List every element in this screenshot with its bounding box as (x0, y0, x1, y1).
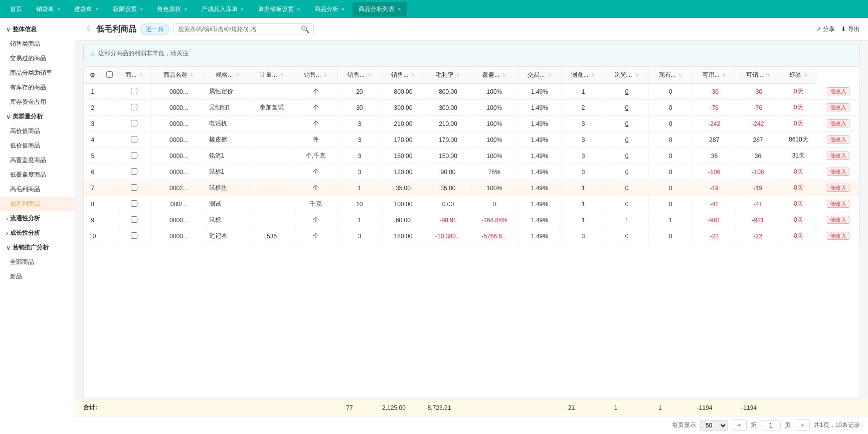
sidebar-item-all-products[interactable]: 全部商品 (0, 255, 75, 269)
sales-amount-col-header[interactable]: 销售... ⇅ (337, 67, 381, 84)
sidebar-item-low-margin[interactable]: 低毛利商品 (0, 197, 75, 211)
row-checkbox[interactable] (117, 180, 152, 196)
sidebar-group-overview[interactable]: ∨ 整体信息 (0, 22, 75, 37)
row-checkbox[interactable] (117, 228, 152, 244)
row-browse1[interactable]: 1 (605, 212, 649, 228)
transaction-col-header[interactable]: 交易... ⇅ (517, 67, 561, 84)
next-page-button[interactable]: ＞ (795, 419, 810, 431)
row-settings[interactable] (102, 84, 117, 100)
sidebar-item-in-stock[interactable]: 有库存的商品 (0, 80, 75, 95)
sidebar-item-sales-products[interactable]: 销售类商品 (0, 37, 75, 51)
row-checkbox[interactable] (117, 164, 152, 180)
prev-page-button[interactable]: ＜ (732, 419, 747, 431)
nav-sales-order[interactable]: 销货单 × (30, 2, 66, 17)
sidebar-item-high-value[interactable]: 高价值商品 (0, 124, 75, 138)
code-col-header[interactable]: 商... ⇅ (117, 67, 152, 84)
row-checkbox[interactable] (117, 132, 152, 148)
nav-product-analysis[interactable]: 商品分析 × (308, 2, 351, 17)
close-icon[interactable]: × (95, 6, 98, 12)
row-browse1[interactable]: 0 (605, 84, 649, 100)
row-settings[interactable] (102, 148, 117, 164)
search-input[interactable] (178, 26, 301, 33)
coverage-col-header[interactable]: 覆盖... ⇅ (471, 67, 517, 84)
name-col-header[interactable]: 商品名称 ⇅ (152, 67, 206, 84)
row-select-checkbox[interactable] (131, 88, 137, 94)
nav-product-analysis-list[interactable]: 商品分析列表 × (353, 2, 407, 17)
sidebar-item-stock-funds[interactable]: 库存资金占用 (0, 95, 75, 109)
checkbox-col-header[interactable] (102, 67, 117, 84)
row-settings[interactable] (102, 228, 117, 244)
nav-template[interactable]: 单据模板设置 × (252, 2, 306, 17)
sidebar-group-growth[interactable]: › 成长性分析 (0, 226, 75, 240)
settings-col-header[interactable]: ⚙ (84, 67, 102, 84)
sidebar-item-low-coverage[interactable]: 低覆盖度商品 (0, 168, 75, 182)
row-browse1[interactable]: 0 (605, 180, 649, 196)
unit-col-header[interactable]: 计量... ⇅ (250, 67, 294, 84)
row-select-checkbox[interactable] (131, 232, 137, 239)
tag-col-header[interactable]: 标签 ⇅ (780, 67, 817, 84)
saleable-col-header[interactable]: 可销... ⇅ (736, 67, 780, 84)
row-select-checkbox[interactable] (131, 104, 137, 110)
row-browse1[interactable]: 0 (605, 100, 649, 116)
nav-purchase-order[interactable]: 进货单 × (68, 2, 104, 17)
share-button[interactable]: ↗ 分享 (816, 25, 835, 34)
row-select-checkbox[interactable] (131, 120, 137, 126)
row-settings[interactable] (102, 132, 117, 148)
row-select-checkbox[interactable] (131, 184, 137, 191)
row-browse1[interactable]: 0 (605, 116, 649, 132)
sidebar-group-marketing[interactable]: ∨ 营销推广分析 (0, 240, 75, 255)
close-icon[interactable]: × (341, 6, 344, 12)
sidebar-item-traded-products[interactable]: 交易过的商品 (0, 51, 75, 66)
row-browse1[interactable]: 0 (605, 196, 649, 212)
close-icon[interactable]: × (57, 6, 60, 12)
row-settings[interactable] (102, 116, 117, 132)
nav-permissions[interactable]: 权限设置 × (107, 2, 149, 17)
row-checkbox[interactable] (117, 148, 152, 164)
row-browse1[interactable]: 0 (605, 148, 649, 164)
gross-margin-col-header[interactable]: 毛利率 ⇅ (425, 67, 471, 84)
row-settings[interactable] (102, 180, 117, 196)
page-size-select[interactable]: 50 100 200 (700, 420, 728, 431)
spec-col-header[interactable]: 规格... ⇅ (206, 67, 250, 84)
collapse-button[interactable]: 《 (83, 25, 90, 34)
close-icon[interactable]: × (297, 6, 300, 12)
row-browse1[interactable]: 0 (605, 164, 649, 180)
browse1-col-header[interactable]: 浏览... ⇅ (562, 67, 605, 84)
page-number-input[interactable] (761, 420, 781, 430)
sidebar-group-quantity[interactable]: ∨ 类群量分析 (0, 109, 75, 124)
sidebar-item-category-rate[interactable]: 商品分类助销率 (0, 66, 75, 80)
close-icon[interactable]: × (398, 6, 401, 12)
nav-role-auth[interactable]: 角色授权 × (151, 2, 193, 17)
row-select-checkbox[interactable] (131, 200, 137, 207)
sales-qty-col-header[interactable]: 销售... ⇅ (294, 67, 337, 84)
nav-home[interactable]: 首页 (4, 2, 28, 17)
row-checkbox[interactable] (117, 116, 152, 132)
sidebar-group-liquidity[interactable]: › 流通性分析 (0, 211, 75, 226)
row-settings[interactable] (102, 164, 117, 180)
row-browse1[interactable]: 0 (605, 228, 649, 244)
search-icon[interactable]: 🔍 (301, 25, 309, 33)
nav-product-inbound[interactable]: 产成品入库单 × (196, 2, 250, 17)
row-select-checkbox[interactable] (131, 152, 137, 159)
row-select-checkbox[interactable] (131, 216, 137, 223)
close-icon[interactable]: × (140, 6, 143, 12)
close-icon[interactable]: × (184, 6, 187, 12)
sidebar-item-high-coverage[interactable]: 高覆盖度商品 (0, 153, 75, 168)
close-icon[interactable]: × (241, 6, 244, 12)
filter-period-button[interactable]: 近一月 (140, 24, 169, 35)
sidebar-item-new-products[interactable]: 新品 (0, 269, 75, 284)
row-checkbox[interactable] (117, 84, 152, 100)
row-checkbox[interactable] (117, 100, 152, 116)
row-settings[interactable] (102, 212, 117, 228)
sales-profit-col-header[interactable]: 销售... ⇅ (381, 67, 425, 84)
row-select-checkbox[interactable] (131, 136, 137, 142)
current-col-header[interactable]: 现有... ⇅ (649, 67, 692, 84)
row-browse1[interactable]: 0 (605, 132, 649, 148)
row-select-checkbox[interactable] (131, 168, 137, 175)
row-settings[interactable] (102, 100, 117, 116)
available-col-header[interactable]: 可用... ⇅ (692, 67, 736, 84)
select-all-checkbox[interactable] (106, 71, 113, 78)
browse2-col-header[interactable]: 浏览... ⇅ (605, 67, 649, 84)
row-checkbox[interactable] (117, 196, 152, 212)
export-button[interactable]: ⬇ 导出 (841, 25, 860, 34)
